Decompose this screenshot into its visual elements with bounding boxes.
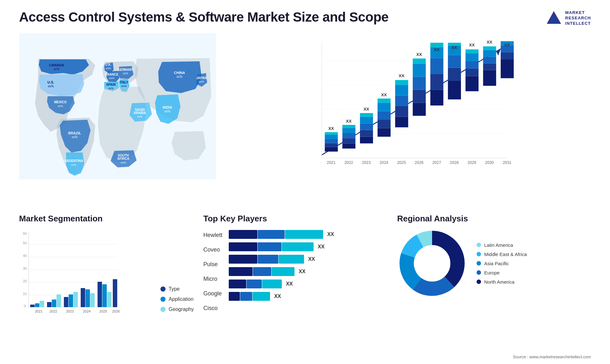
svg-text:xx%: xx% <box>109 77 114 80</box>
svg-text:10: 10 <box>23 292 27 296</box>
middle-east-label: Middle East & Africa <box>484 252 527 257</box>
svg-text:2025: 2025 <box>397 160 406 165</box>
svg-rect-100 <box>465 69 478 76</box>
svg-rect-93 <box>448 68 461 81</box>
player-pulse: Pulse <box>203 259 222 269</box>
latin-america-dot <box>477 243 481 247</box>
svg-rect-58 <box>360 130 373 137</box>
players-chart-svg: XX XX XX <box>229 228 349 308</box>
svg-text:XX: XX <box>399 73 404 78</box>
svg-text:2028: 2028 <box>450 160 459 165</box>
geography-dot <box>160 307 166 312</box>
page-container: Access Control Systems & Software Market… <box>0 0 610 364</box>
svg-text:2025: 2025 <box>99 309 107 313</box>
svg-rect-47 <box>325 132 338 135</box>
svg-rect-137 <box>47 302 51 307</box>
svg-rect-92 <box>448 81 461 99</box>
svg-rect-44 <box>325 143 338 147</box>
svg-rect-159 <box>229 242 257 251</box>
segmentation-section: Market Segmentation 0 10 20 30 40 50 60 <box>19 211 194 325</box>
svg-text:SPAIN: SPAIN <box>106 83 116 86</box>
svg-rect-54 <box>342 125 356 128</box>
svg-text:XX: XX <box>469 43 475 47</box>
svg-text:xx%: xx% <box>121 84 126 88</box>
bar-chart-section: XX 2021 XX 2022 XX 2023 <box>216 33 591 179</box>
svg-rect-142 <box>69 294 73 307</box>
svg-rect-64 <box>377 128 390 137</box>
north-america-dot <box>477 280 481 284</box>
svg-rect-160 <box>258 242 281 251</box>
svg-rect-50 <box>342 143 356 148</box>
europe-dot <box>477 270 481 275</box>
svg-rect-66 <box>377 111 390 120</box>
svg-rect-89 <box>430 43 443 47</box>
svg-rect-102 <box>465 53 478 61</box>
svg-rect-75 <box>395 80 408 85</box>
svg-rect-81 <box>413 64 426 77</box>
svg-rect-71 <box>395 117 408 127</box>
svg-text:BRAZIL: BRAZIL <box>68 131 81 135</box>
svg-text:XX: XX <box>328 126 334 131</box>
svg-point-185 <box>414 245 450 281</box>
donut-chart <box>397 228 467 298</box>
svg-rect-141 <box>64 297 68 307</box>
svg-rect-113 <box>501 59 514 78</box>
svg-rect-109 <box>483 50 496 57</box>
svg-rect-114 <box>501 52 514 59</box>
svg-rect-169 <box>272 267 295 276</box>
svg-rect-175 <box>229 292 240 301</box>
type-label: Type <box>169 286 180 292</box>
middle-east-dot <box>477 252 481 256</box>
world-map-svg: CANADA xx% U.S. xx% MEXICO xx% BRAZIL xx… <box>19 33 216 179</box>
seg-legend: Type Application Geography <box>160 286 194 322</box>
svg-text:2024: 2024 <box>83 309 91 313</box>
svg-rect-138 <box>52 300 56 307</box>
svg-text:2026: 2026 <box>415 160 424 165</box>
europe-label: Europe <box>484 270 499 275</box>
svg-rect-87 <box>430 58 443 74</box>
svg-rect-78 <box>413 103 426 116</box>
svg-text:XX: XX <box>363 107 369 111</box>
svg-text:xx%: xx% <box>177 75 183 78</box>
svg-text:50: 50 <box>23 241 27 245</box>
svg-rect-145 <box>81 288 85 307</box>
svg-text:XX: XX <box>504 43 510 47</box>
header: Access Control Systems & Software Market… <box>19 10 591 27</box>
svg-rect-79 <box>413 90 426 103</box>
legend-asia-pacific: Asia Pacific <box>477 261 527 266</box>
svg-rect-168 <box>253 267 271 276</box>
svg-rect-43 <box>325 147 338 152</box>
svg-text:xx%: xx% <box>120 161 126 164</box>
svg-text:XX: XX <box>346 119 352 124</box>
asia-pacific-dot <box>477 261 481 266</box>
legend-latin-america: Latin America <box>477 242 527 248</box>
page-title: Access Control Systems & Software Market… <box>19 10 389 25</box>
svg-text:xx%: xx% <box>199 80 204 83</box>
svg-rect-103 <box>465 50 478 53</box>
svg-rect-65 <box>377 120 390 128</box>
svg-text:XX: XX <box>434 47 440 52</box>
svg-text:2024: 2024 <box>380 160 389 165</box>
svg-rect-67 <box>377 103 390 111</box>
svg-text:CHINA: CHINA <box>174 71 185 75</box>
svg-rect-153 <box>113 279 117 307</box>
svg-text:JAPAN: JAPAN <box>196 76 207 80</box>
svg-text:30: 30 <box>23 266 27 270</box>
players-title: Top Key Players <box>203 214 388 224</box>
player-google: Google <box>203 288 222 299</box>
players-section: Top Key Players Hewlett Coveo Pulse Micr… <box>203 211 388 316</box>
svg-rect-134 <box>35 303 39 307</box>
svg-text:XX: XX <box>308 256 315 262</box>
svg-rect-99 <box>465 76 478 91</box>
legend-north-america: North America <box>477 279 527 285</box>
svg-text:ARGENTINA: ARGENTINA <box>64 159 83 163</box>
svg-rect-151 <box>107 292 112 307</box>
svg-text:2023: 2023 <box>66 309 74 313</box>
svg-text:2021: 2021 <box>327 160 336 165</box>
svg-text:GERMANY: GERMANY <box>117 68 133 71</box>
players-content: Hewlett Coveo Pulse Micro Google Cisco <box>203 228 388 313</box>
latin-america-label: Latin America <box>484 242 513 248</box>
svg-text:xx%: xx% <box>123 72 128 75</box>
bar-chart-svg: XX 2021 XX 2022 XX 2023 <box>229 40 585 173</box>
svg-rect-85 <box>430 90 443 106</box>
